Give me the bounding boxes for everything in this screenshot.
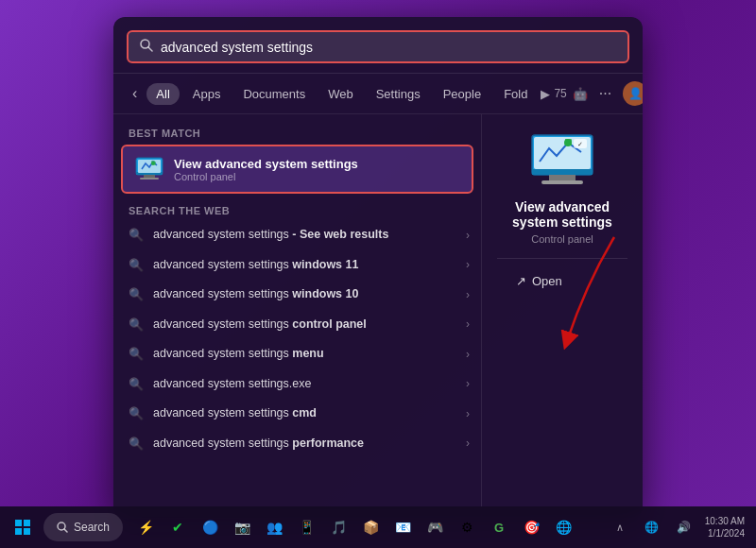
- taskbar-tray[interactable]: ∧: [605, 512, 635, 542]
- best-match-item[interactable]: View advanced system settings Control pa…: [121, 145, 473, 194]
- list-item[interactable]: 🔍 advanced system settings performance ›: [113, 429, 481, 459]
- chevron-right-icon: ›: [466, 317, 470, 331]
- svg-rect-13: [541, 180, 583, 184]
- list-item[interactable]: 🔍 advanced system settings control panel…: [113, 310, 481, 340]
- more-options-icon[interactable]: ···: [593, 83, 617, 104]
- svg-rect-21: [15, 528, 22, 535]
- taskbar-icons: ⚡ ✔ 🔵 📷 👥 📱 🎵 📦 📧 🎮 ⚙ G 🎯 🌐: [130, 512, 578, 542]
- left-column: Best match View advanced system settings…: [113, 114, 482, 518]
- taskbar-icon-globe[interactable]: 🌐: [548, 512, 578, 542]
- open-icon: ↗: [516, 274, 526, 288]
- taskbar-clock[interactable]: 10:30 AM 1/1/2024: [701, 515, 748, 539]
- list-item[interactable]: 🔍 advanced system settings windows 11 ›: [113, 250, 481, 281]
- search-panel: ‹ All Apps Documents Web Settings People…: [113, 17, 643, 518]
- tab-documents[interactable]: Documents: [233, 83, 315, 105]
- search-box-area: [113, 17, 643, 74]
- best-match-title: Best match: [113, 124, 481, 143]
- start-button[interactable]: [8, 512, 38, 542]
- taskbar-icon-check[interactable]: ✔: [163, 512, 193, 542]
- search-icon: 🔍: [129, 406, 144, 420]
- web-item-text: advanced system settings windows 11: [153, 257, 456, 274]
- search-input[interactable]: [161, 40, 616, 55]
- annotation-arrow: [558, 228, 643, 360]
- panel-body: Best match View advanced system settings…: [113, 114, 643, 518]
- list-item[interactable]: 🔍 advanced system settings cmd ›: [113, 399, 481, 429]
- chevron-right-icon: ›: [466, 229, 470, 242]
- list-item[interactable]: 🔍 advanced system settings - See web res…: [113, 220, 481, 250]
- web-item-text: advanced system settings - See web resul…: [153, 227, 456, 244]
- search-icon: 🔍: [129, 228, 144, 242]
- svg-line-24: [64, 529, 67, 532]
- svg-rect-20: [24, 520, 30, 526]
- chevron-right-icon: ›: [466, 377, 470, 390]
- taskbar-icon-widgets[interactable]: ⚡: [130, 512, 161, 542]
- tab-settings[interactable]: Settings: [367, 83, 430, 105]
- best-match-item-title: View advanced system settings: [174, 157, 358, 171]
- taskbar-search[interactable]: Search: [43, 513, 123, 541]
- taskbar: Search ⚡ ✔ 🔵 📷 👥 📱 🎵 📦 📧 🎮 ⚙ G 🎯 🌐 ∧ 🌐 🔊…: [0, 506, 756, 548]
- svg-rect-6: [140, 178, 159, 180]
- svg-text:✓: ✓: [577, 141, 583, 147]
- avatar: 👤: [623, 81, 643, 106]
- taskbar-icon-phone[interactable]: 📱: [291, 512, 321, 542]
- svg-line-1: [148, 47, 152, 51]
- svg-point-8: [151, 162, 155, 165]
- list-item[interactable]: 🔍 advanced system settings windows 10 ›: [113, 280, 481, 310]
- list-item[interactable]: 🔍 advanced system settings.exe ›: [113, 369, 481, 400]
- taskbar-icon-package[interactable]: 📦: [355, 512, 386, 542]
- tab-fold[interactable]: Fold: [494, 83, 537, 105]
- taskbar-icon-g[interactable]: G: [484, 512, 514, 542]
- preview-divider: [497, 258, 627, 259]
- preview-subtitle: Control panel: [531, 233, 593, 245]
- taskbar-icon-xbox[interactable]: 🎮: [420, 512, 450, 542]
- taskbar-right: ∧ 🌐 🔊 10:30 AM 1/1/2024: [605, 512, 748, 542]
- search-icon: 🔍: [129, 437, 144, 451]
- svg-rect-12: [549, 175, 576, 180]
- back-button[interactable]: ‹: [127, 83, 143, 104]
- web-item-text: advanced system settings cmd: [153, 405, 456, 422]
- taskbar-icon-chrome[interactable]: 🔵: [195, 512, 225, 542]
- taskbar-icon-camera[interactable]: 📷: [227, 512, 257, 542]
- chevron-right-icon: ›: [466, 407, 470, 420]
- svg-rect-5: [144, 175, 155, 178]
- web-item-text: advanced system settings performance: [153, 436, 456, 453]
- svg-rect-22: [24, 528, 30, 535]
- taskbar-icon-music[interactable]: 🎵: [323, 512, 353, 542]
- chevron-right-icon: ›: [466, 258, 470, 271]
- taskbar-search-label: Search: [74, 521, 110, 534]
- taskbar-time: 10:30 AM: [705, 515, 745, 527]
- web-item-text: advanced system settings menu: [153, 346, 456, 363]
- taskbar-network-icon[interactable]: 🌐: [637, 512, 667, 542]
- tab-apps[interactable]: Apps: [183, 83, 231, 105]
- svg-rect-11: [532, 169, 593, 175]
- best-match-text: View advanced system settings Control pa…: [174, 157, 358, 182]
- tab-web[interactable]: Web: [318, 83, 363, 105]
- taskbar-icon-target[interactable]: 🎯: [516, 512, 546, 542]
- search-input-wrapper[interactable]: [127, 30, 629, 63]
- taskbar-icon-mail[interactable]: 📧: [387, 512, 418, 542]
- filter-tabs: ‹ All Apps Documents Web Settings People…: [113, 74, 643, 114]
- open-label: Open: [532, 274, 562, 288]
- search-icon: [140, 39, 153, 55]
- web-item-text: advanced system settings.exe: [153, 376, 456, 393]
- search-icon: 🔍: [129, 287, 144, 301]
- taskbar-volume-icon[interactable]: 🔊: [669, 512, 699, 542]
- fold-arrow-icon[interactable]: ▶: [541, 87, 550, 101]
- search-icon: 🔍: [129, 347, 144, 361]
- tab-people[interactable]: People: [434, 83, 490, 105]
- search-icon: 🔍: [129, 317, 144, 332]
- taskbar-icon-people[interactable]: 👥: [259, 512, 289, 542]
- search-web-title: Search the web: [113, 196, 481, 220]
- chevron-right-icon: ›: [466, 348, 470, 361]
- taskbar-icon-settings[interactable]: ⚙: [452, 512, 482, 542]
- search-icon: 🔍: [129, 377, 144, 391]
- search-icon: 🔍: [129, 258, 144, 272]
- web-item-text: advanced system settings control panel: [153, 317, 456, 334]
- result-count: 75: [554, 87, 566, 100]
- open-button[interactable]: ↗ Open: [505, 268, 574, 294]
- tab-all[interactable]: All: [146, 83, 179, 105]
- taskbar-date: 1/1/2024: [705, 527, 745, 539]
- list-item[interactable]: 🔍 advanced system settings menu ›: [113, 339, 481, 369]
- chevron-right-icon: ›: [466, 437, 470, 450]
- web-item-text: advanced system settings windows 10: [153, 286, 456, 303]
